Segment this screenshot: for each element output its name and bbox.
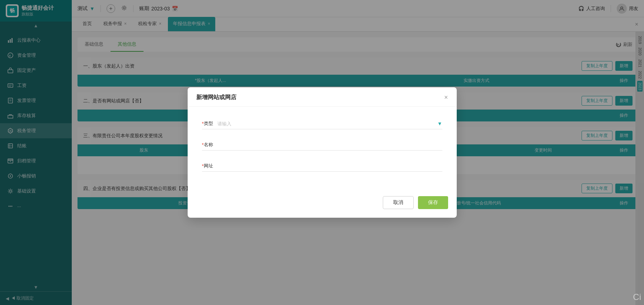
name-label: 名称	[204, 142, 213, 148]
type-label: 类型	[204, 120, 213, 127]
dialog-overlay[interactable]: 新增网站或网店 × * 类型 ▼ * 名称	[0, 0, 644, 305]
dialog-close-button[interactable]: ×	[444, 94, 448, 101]
add-website-dialog: 新增网站或网店 × * 类型 ▼ * 名称	[188, 87, 457, 218]
url-input-row: * 网址	[202, 161, 442, 172]
type-input-row: * 类型 ▼	[202, 118, 442, 129]
type-dropdown-arrow[interactable]: ▼	[437, 121, 442, 126]
form-field-url: * 网址	[202, 161, 442, 172]
bottom-watermark: Ci	[630, 289, 644, 305]
name-input-row: * 名称	[202, 139, 442, 151]
dialog-header: 新增网站或网店 ×	[188, 87, 457, 107]
url-label: 网址	[204, 163, 213, 169]
dialog-body: * 类型 ▼ * 名称 * 网址	[188, 107, 457, 190]
save-button[interactable]: 保存	[418, 196, 448, 209]
type-input[interactable]	[217, 121, 437, 126]
name-input[interactable]	[217, 142, 442, 148]
form-field-name: * 名称	[202, 139, 442, 151]
form-field-type: * 类型 ▼	[202, 118, 442, 129]
cancel-button[interactable]: 取消	[383, 196, 414, 209]
dialog-footer: 取消 保存	[188, 190, 457, 218]
dialog-title: 新增网站或网店	[196, 94, 236, 101]
url-input[interactable]	[217, 163, 442, 169]
